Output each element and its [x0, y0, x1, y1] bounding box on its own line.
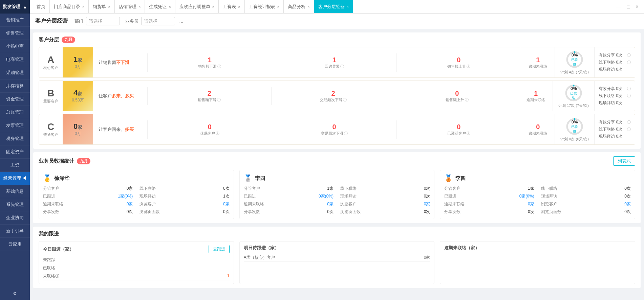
tab-工资表[interactable]: 工资表×	[219, 0, 244, 14]
sidebar-item-经营管理[interactable]: 经营管理 ◀	[0, 172, 30, 185]
biz-card-3: 🥉 李四 分管客户1家 线下联络0次 已跟进0家(0%) 现场拜访0次 逾期未联…	[440, 170, 635, 219]
tier-c-right-stats: 有效分享 0次ⓘ 线下联络 0次ⓘ 现场拜访 0次	[594, 114, 635, 144]
tier-a-stat-1[interactable]: 1 销售额下滑 ⓘ	[147, 53, 272, 72]
biz-stat-row: 浏览页面数0次	[139, 209, 229, 215]
biz-card-2-header: 🥈 李四	[244, 174, 430, 182]
sidebar-item-销售管理[interactable]: 销售管理	[0, 27, 30, 40]
tier-a-stat-3[interactable]: 0 销售额上升 ⓘ	[396, 53, 521, 72]
sidebar-expand-icon[interactable]: ▲	[23, 4, 27, 9]
biz-stat-row: 逾期未联络0家	[444, 201, 534, 207]
sidebar-item-总账管理[interactable]: 总账管理	[0, 106, 30, 119]
tab-店铺管理[interactable]: 店铺管理×	[115, 0, 145, 14]
biz-stat-row: 逾期未联络0家	[244, 201, 334, 207]
tomorrow-followup-title: 明日待跟进（家）	[244, 245, 279, 251]
sidebar-item-采购管理[interactable]: 采购管理	[0, 66, 30, 79]
tier-c-stats: 0 休眠客户 ⓘ 0 交易频次下滑 ⓘ 0 已激活客户 ⓘ	[147, 114, 521, 144]
tier-c-contact[interactable]: 0 逾期未联络	[521, 114, 555, 144]
tier-a-right-stats: 有效分享 0次ⓘ 线下联络 0次ⓘ 现场拜访 0次	[594, 47, 635, 77]
biz-stats-section: 业务员数据统计 九月 列表式 🥇 徐泽华 分管客户0家 线下联络0次 已跟进1家…	[33, 152, 641, 223]
dept-label: 部门	[74, 18, 83, 24]
biz-stat-row: 分享次数0次	[244, 209, 334, 215]
close-icon[interactable]: ×	[108, 5, 110, 9]
sidebar-item-库存核算[interactable]: 库存核算	[0, 79, 30, 93]
gear-icon[interactable]: ⚙	[0, 287, 30, 300]
biz-stat-row: 已跟进0家(0%)	[444, 193, 534, 199]
biz-card-3-header: 🥉 李四	[444, 174, 631, 182]
tier-row-b: B 重要客户 4家 0.53万 让客户多来、多买 2 销售额下滑 ⓘ	[39, 80, 635, 111]
tab-商品分析[interactable]: 商品分析×	[284, 0, 314, 14]
tab-工资统计报表[interactable]: 工资统计报表×	[245, 0, 284, 14]
close-icon[interactable]: ×	[138, 5, 141, 9]
tab-客户分层经营[interactable]: 客户分层经营×	[314, 0, 353, 14]
biz-stat-row: 已跟进0家(0%)	[244, 193, 334, 199]
go-followup-button[interactable]: 去跟进	[209, 245, 230, 253]
close-icon[interactable]: ×	[212, 5, 214, 9]
followup-row: A类（核心）客户0家	[244, 254, 430, 262]
sidebar-item-发票管理[interactable]: 发票管理	[0, 119, 30, 132]
tier-b-count[interactable]: 4家 0.53万	[63, 81, 93, 111]
sidebar-item-基础信息[interactable]: 基础信息	[0, 185, 30, 198]
close-icon[interactable]: ×	[277, 5, 279, 9]
tab-首页[interactable]: 首页	[33, 0, 50, 14]
close-icon[interactable]: ×	[307, 5, 309, 9]
biz-section-title: 业务员数据统计 九月	[39, 158, 90, 164]
gold-medal-icon: 🥇	[43, 174, 51, 182]
tier-b-stat-2[interactable]: 2 交易频次下滑 ⓘ	[271, 87, 395, 105]
tier-b-slogan: 让客户多来、多买	[93, 81, 147, 111]
followup-title: 我的跟进	[39, 231, 59, 237]
tab-应收应付调整单[interactable]: 应收应付调整单×	[175, 0, 219, 14]
close-icon[interactable]: ×	[169, 5, 171, 9]
tier-b-stat-1[interactable]: 2 销售额下滑 ⓘ	[147, 87, 271, 105]
tab-销货单[interactable]: 销货单×	[89, 0, 114, 14]
tier-b-contact[interactable]: 1 逾期未联络	[519, 81, 553, 111]
sales-select[interactable]: 请选择	[141, 17, 175, 25]
biz-cards: 🥇 徐泽华 分管客户0家 线下联络0次 已跟进1家(0%) 现场拜访1次 逾期未…	[39, 170, 635, 219]
window-minimize-icon[interactable]: —	[615, 4, 623, 10]
window-close-icon[interactable]: ×	[634, 4, 640, 10]
tier-c-stat-3[interactable]: 0 已激活客户 ⓘ	[396, 120, 521, 139]
tier-row-a: A 核心客户 1家 0万 让销售额不下滑 1 销售额下滑 ⓘ	[39, 47, 635, 78]
today-followup-title: 今日跟进（家）	[43, 246, 74, 252]
list-style-button[interactable]: 列表式	[613, 156, 635, 166]
dept-select[interactable]: 请选择	[86, 17, 120, 25]
sidebar-title: 批发管理	[3, 4, 20, 10]
tier-c-stat-2[interactable]: 0 交易频次下滑 ⓘ	[272, 120, 396, 139]
biz-stat-row: 逾期未联络0家	[43, 201, 133, 207]
tab-生成凭证[interactable]: 生成凭证×	[145, 0, 175, 14]
sidebar-item-电商管理[interactable]: 电商管理	[0, 53, 30, 66]
window-maximize-icon[interactable]: □	[625, 4, 631, 10]
tier-c-label: C 普通客户	[39, 114, 63, 144]
tier-a-stat-2[interactable]: 1 回购异常 ⓘ	[272, 53, 396, 72]
sidebar-item-资金管理[interactable]: 资金管理	[0, 93, 30, 106]
close-icon[interactable]: ×	[82, 5, 84, 9]
biz-stat-row: 分管客户0家	[43, 186, 133, 191]
silver-medal-icon: 🥈	[244, 174, 252, 182]
biz-card-2: 🥈 李四 分管客户1家 线下联络0次 已跟进0家(0%) 现场拜访0次 逾期未联…	[239, 170, 435, 219]
sidebar-item-固定资产[interactable]: 固定资产	[0, 145, 30, 159]
tier-a-contact[interactable]: 1 逾期未联络	[521, 47, 555, 77]
page-title: 客户分层经营	[35, 18, 68, 25]
close-icon[interactable]: ×	[238, 5, 240, 9]
sidebar-item-小畅电商[interactable]: 小畅电商	[0, 40, 30, 53]
sidebar-item-税务管理[interactable]: 税务管理	[0, 132, 30, 145]
tier-b-stat-3[interactable]: 0 销售额上升 ⓘ	[395, 87, 519, 105]
biz-stat-row: 浏览客户0家	[139, 201, 229, 207]
close-icon[interactable]: ×	[347, 5, 349, 9]
sidebar-item-工资[interactable]: 工资	[0, 159, 30, 172]
sidebar-item-云应用[interactable]: 云应用	[0, 238, 30, 251]
biz-stat-row: 线下联络0次	[541, 186, 631, 191]
tier-a-count[interactable]: 1家 0万	[63, 47, 93, 77]
tier-c-stat-1[interactable]: 0 休眠客户 ⓘ	[147, 120, 272, 139]
main-area: 首页 门店商品目录× 销货单× 店铺管理× 生成凭证× 应收应付调整单× 工资表…	[30, 0, 644, 300]
tier-c-count[interactable]: 0家 0万	[63, 114, 93, 144]
sidebar-item-新手引导[interactable]: 新手引导	[0, 225, 30, 238]
followup-header: 我的跟进	[39, 231, 635, 237]
more-options-icon[interactable]: …	[179, 19, 184, 24]
sidebar-item-营销推广[interactable]: 营销推广	[0, 14, 30, 27]
sidebar-item-企业协同[interactable]: 企业协同	[0, 211, 30, 225]
tab-bar-actions: — □ ×	[615, 4, 641, 10]
page-header: 客户分层经营 部门 请选择 业务员 请选择 …	[30, 14, 644, 29]
tier-row-c: C 普通客户 0家 0万 让客户回来、多买 0 休眠客户 ⓘ	[39, 114, 635, 145]
sidebar-item-系统管理[interactable]: 系统管理	[0, 198, 30, 211]
tab-门店商品目录[interactable]: 门店商品目录×	[50, 0, 89, 14]
